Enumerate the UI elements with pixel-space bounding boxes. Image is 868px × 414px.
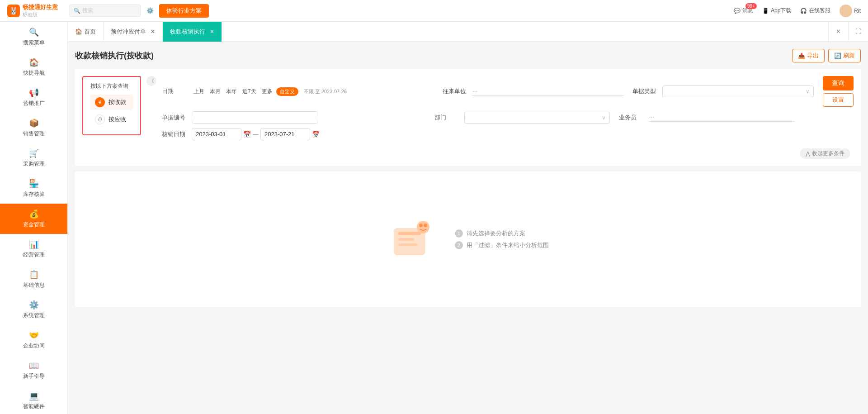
filter-form: 日期 上月 本月 本年 近7天 更多 自定义 不限 至 2023-07-26 xyxy=(162,76,854,159)
online-service-label: 在线客服 xyxy=(809,7,830,14)
logo-badge: 标准版 xyxy=(23,11,58,18)
sidebar-label-8: 基础信息 xyxy=(23,281,45,289)
sidebar-label-4: 采购管理 xyxy=(23,160,45,168)
svg-rect-2 xyxy=(398,238,414,241)
date-7days[interactable]: 近7天 xyxy=(241,87,258,96)
calendar-end-icon[interactable]: 📅 xyxy=(312,131,320,138)
sidebar-item-1[interactable]: 🏠快捷导航 xyxy=(0,52,67,82)
refresh-icon: 🔄 xyxy=(834,52,841,59)
message-button[interactable]: 💬 消息 99+ xyxy=(734,7,753,14)
sidebar-item-8[interactable]: 📋基础信息 xyxy=(0,264,67,295)
solution-button[interactable]: 体验行业方案 xyxy=(159,4,209,18)
empty-tip-1-text: 请先选择要分析的方案 xyxy=(467,229,525,238)
tab-expand-button[interactable]: ⛶ xyxy=(848,22,868,42)
online-service-button[interactable]: 🎧 在线客服 xyxy=(800,7,830,14)
empty-svg xyxy=(387,214,437,264)
search-bar[interactable]: 🔍 搜索 xyxy=(69,5,141,17)
date-quick-buttons: 上月 本月 本年 近7天 更多 自定义 xyxy=(192,87,298,96)
message-icon: 💬 xyxy=(734,8,741,14)
verifydate-end-input[interactable] xyxy=(260,128,310,140)
svg-point-4 xyxy=(417,221,429,233)
tab-close-all-button[interactable]: ✕ xyxy=(828,22,848,42)
sidebar-item-10[interactable]: 🤝企业协同 xyxy=(0,325,67,355)
sidebar-item-9[interactable]: ⚙️系统管理 xyxy=(0,295,67,325)
tab-prepay-close[interactable]: ✕ xyxy=(151,29,155,35)
dept-select[interactable]: ∨ xyxy=(464,112,610,124)
avatar xyxy=(840,5,852,17)
filter-collapse-button[interactable]: 《 xyxy=(146,76,156,86)
sidebar-label-5: 库存核算 xyxy=(23,190,45,198)
app-download-label: App下载 xyxy=(771,7,791,14)
sidebar-icon-2: 📢 xyxy=(29,88,39,98)
tab-prepay-label: 预付冲应付单 xyxy=(111,28,146,36)
sidebar-icon-10: 🤝 xyxy=(29,330,39,340)
sidebar-item-7[interactable]: 📊经营管理 xyxy=(0,234,67,264)
filter-option-receipt-label: 按收款 xyxy=(108,98,126,106)
docno-label: 单据编号 xyxy=(162,114,189,122)
tab-home[interactable]: 🏠 首页 xyxy=(68,22,104,42)
sidebar-item-4[interactable]: 🛒采购管理 xyxy=(0,143,67,173)
sidebar-item-0[interactable]: 🔍搜索菜单 xyxy=(0,22,67,52)
svg-point-6 xyxy=(424,224,427,227)
settings-button[interactable]: 设置 xyxy=(823,93,854,107)
app-logo: 🐰 畅捷通好生意 标准版 xyxy=(7,3,58,18)
sidebar-label-11: 新手引导 xyxy=(23,372,45,380)
user-profile[interactable]: Rit xyxy=(840,5,861,17)
collapse-more-label: 收起更多条件 xyxy=(812,150,844,157)
settings-icon[interactable]: ⚙️ xyxy=(146,7,154,14)
collapse-more-row: ⋀ 收起更多条件 xyxy=(162,148,854,159)
sidebar: 🔍搜索菜单🏠快捷导航📢营销推广📦销售管理🛒采购管理🏪库存核算💰资金管理📊经营管理… xyxy=(0,22,68,414)
staff-dots[interactable]: ··· xyxy=(649,113,654,120)
top-bar: 🐰 畅捷通好生意 标准版 🔍 搜索 ⚙️ 体验行业方案 💬 消息 99+ 📱 A… xyxy=(0,0,868,22)
tab-collection[interactable]: 收款核销执行 ✕ xyxy=(163,22,222,42)
empty-state: 1 请先选择要分析的方案 2 用「过滤」条件来缩小分析范围 xyxy=(75,171,861,307)
calendar-start-icon[interactable]: 📅 xyxy=(243,131,251,138)
tip-num-2: 2 xyxy=(455,241,463,249)
tab-collection-close[interactable]: ✕ xyxy=(210,29,214,35)
sidebar-item-12[interactable]: 💻智能硬件 xyxy=(0,385,67,414)
export-button[interactable]: 📤 导出 xyxy=(792,49,825,62)
filter-panel-title: 按以下方案查询 xyxy=(90,82,133,90)
refresh-button[interactable]: 🔄 刷新 xyxy=(828,49,861,62)
sidebar-item-2[interactable]: 📢营销推广 xyxy=(0,82,67,113)
app-download-icon: 📱 xyxy=(762,8,769,14)
filter-option-by-receivable[interactable]: ⏱ 按应收 xyxy=(90,112,133,127)
date-custom-badge[interactable]: 自定义 xyxy=(276,87,298,96)
svg-rect-1 xyxy=(398,232,421,235)
sidebar-item-3[interactable]: 📦销售管理 xyxy=(0,113,67,143)
filter-option-receivable-label: 按应收 xyxy=(108,115,126,124)
sidebar-item-6[interactable]: 💰资金管理 xyxy=(0,204,67,234)
collapse-more-button[interactable]: ⋀ 收起更多条件 xyxy=(800,148,850,159)
date-more[interactable]: 更多 xyxy=(260,87,274,96)
verifydate-start-input[interactable] xyxy=(192,128,241,140)
sidebar-icon-11: 📖 xyxy=(29,361,39,371)
top-bar-left: 🐰 畅捷通好生意 标准版 🔍 搜索 ⚙️ 体验行业方案 xyxy=(7,3,209,18)
date-last-month[interactable]: 上月 xyxy=(192,87,206,96)
filter-row-3: 核销日期 📅 — 📅 xyxy=(162,128,854,140)
filter-option-by-receipt[interactable]: ¥ 按收款 xyxy=(90,95,133,110)
sidebar-icon-6: 💰 xyxy=(29,209,39,219)
sidebar-item-5[interactable]: 🏪库存核算 xyxy=(0,173,67,204)
svg-rect-3 xyxy=(398,243,417,246)
app-download-button[interactable]: 📱 App下载 xyxy=(762,7,791,14)
query-button[interactable]: 查询 xyxy=(823,76,854,90)
empty-tip-2: 2 用「过滤」条件来缩小分析范围 xyxy=(455,241,549,249)
filter-row-1: 日期 上月 本月 本年 近7天 更多 自定义 不限 至 2023-07-26 xyxy=(162,76,854,107)
filter-row-2: 单据编号 部门 ∨ 业务员 xyxy=(162,111,854,124)
page-actions: 📤 导出 🔄 刷新 xyxy=(792,49,861,62)
date-this-year[interactable]: 本年 xyxy=(224,87,239,96)
svg-point-5 xyxy=(419,224,423,227)
doctype-select[interactable]: ∨ xyxy=(662,86,814,97)
filter-buttons: 查询 设置 xyxy=(823,76,854,107)
date-this-month[interactable]: 本月 xyxy=(208,87,222,96)
counterparty-dots[interactable]: ··· xyxy=(472,87,478,95)
tab-prepay[interactable]: 预付冲应付单 ✕ xyxy=(104,22,163,42)
sidebar-nav: 🔍搜索菜单🏠快捷导航📢营销推广📦销售管理🛒采购管理🏪库存核算💰资金管理📊经营管理… xyxy=(0,22,67,414)
sidebar-item-11[interactable]: 📖新手引导 xyxy=(0,355,67,385)
sidebar-icon-1: 🏠 xyxy=(29,57,39,67)
counterparty-label: 往来单位 xyxy=(443,87,470,95)
empty-tip-2-text: 用「过滤」条件来缩小分析范围 xyxy=(467,241,549,249)
filter-counterparty-cell: 往来单位 ··· xyxy=(443,87,624,96)
docno-input[interactable] xyxy=(192,111,318,124)
page-content: 收款核销执行(按收款) 📤 导出 🔄 刷新 按以 xyxy=(68,42,868,414)
